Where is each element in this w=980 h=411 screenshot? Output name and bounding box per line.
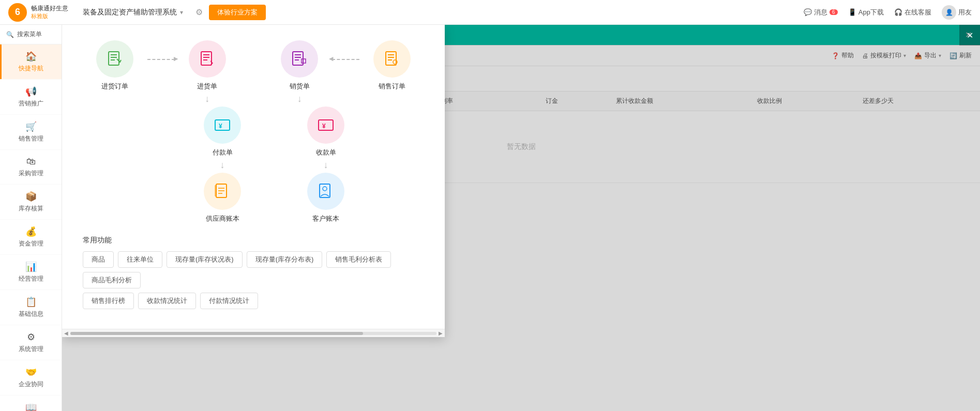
common-functions: 常用功能 商品 往来单位 现存量(库存状况表) 现存量(库存分布表) 销售毛利分… xyxy=(83,236,424,309)
avatar: 👤 xyxy=(942,5,956,20)
sales-bill-circle xyxy=(281,40,318,78)
func-btn-stock-dist[interactable]: 现存量(库存分布表) xyxy=(247,251,323,268)
purchase-bill-circle xyxy=(189,40,226,78)
flow-node-supplier-ledger: 供应商账本 xyxy=(186,173,259,223)
content-area: 首页 销售订单执行表 ✕ ✕ ❓ 帮助 🖨 按模板打印 ▾ 📤 导出 ▾ xyxy=(62,25,980,411)
flow-node-payment-bill: ¥ 付款单 xyxy=(186,106,259,157)
sidebar-item-label: 资金管理 xyxy=(19,239,43,248)
system-title: 装备及固定资产辅助管理系统 ▾ xyxy=(77,8,189,17)
sidebar-item-label: 经营管理 xyxy=(19,275,43,283)
scroll-left-arrow[interactable]: ◀ xyxy=(64,330,68,336)
search-menu[interactable]: 🔍 搜索菜单 xyxy=(0,25,62,44)
dropdown-icon[interactable]: ▾ xyxy=(180,9,183,16)
svg-rect-0 xyxy=(109,52,119,65)
func-btn-receipt-stats[interactable]: 收款情况统计 xyxy=(138,293,196,309)
func-btn-product[interactable]: 商品 xyxy=(83,251,114,268)
sidebar-item-sales[interactable]: 🛒 销售管理 xyxy=(0,115,62,150)
payment-bill-circle: ¥ xyxy=(204,106,241,144)
func-btn-counterpart[interactable]: 往来单位 xyxy=(118,251,162,268)
sidebar-item-system[interactable]: ⚙ 系统管理 xyxy=(0,325,62,360)
customer-ledger-circle xyxy=(307,173,344,210)
func-btn-sales-profit[interactable]: 销售毛利分析表 xyxy=(326,251,391,268)
message-btn[interactable]: 💬 消息 6 xyxy=(804,8,838,17)
svg-text:¥: ¥ xyxy=(322,123,326,130)
supplier-ledger-label: 供应商账本 xyxy=(206,214,239,223)
sidebar-item-marketing[interactable]: 📢 营销推广 xyxy=(0,80,62,115)
down-arrow-purchase-bill: ↓ xyxy=(175,94,239,104)
flow-node-customer-ledger: 客户账本 xyxy=(290,173,362,223)
common-functions-title: 常用功能 xyxy=(83,236,424,245)
supplier-ledger-circle xyxy=(204,173,241,210)
sidebar-item-label: 营销推广 xyxy=(19,99,43,108)
basic-info-icon: 📋 xyxy=(25,296,37,308)
sales-icon: 🛒 xyxy=(25,121,37,132)
flow-node-purchase-order: 进货订单 xyxy=(83,40,147,91)
sidebar-item-purchase[interactable]: 🛍 采购管理 xyxy=(0,150,62,185)
settings-icon[interactable]: ⚙ xyxy=(195,7,203,17)
system-icon: ⚙ xyxy=(27,331,35,343)
scrollbar-thumb xyxy=(70,332,363,335)
func-btn-sales-rank[interactable]: 销售排行榜 xyxy=(83,293,134,309)
svg-rect-13 xyxy=(386,52,396,65)
user-btn[interactable]: 👤 用友 xyxy=(942,5,972,20)
collection-bill-label: 收款单 xyxy=(316,148,336,157)
func-btn-stock-status[interactable]: 现存量(库存状况表) xyxy=(167,251,243,268)
purchase-order-circle xyxy=(96,40,133,78)
down-arrow-payment: ↓ xyxy=(186,160,259,171)
marketing-icon: 📢 xyxy=(25,86,37,97)
flow-node-sales-order: 销售订单 xyxy=(359,40,424,91)
sidebar-item-inventory[interactable]: 📦 库存核算 xyxy=(0,185,62,220)
flow-node-purchase-bill: 进货单 xyxy=(175,40,239,91)
sidebar-item-basic-info[interactable]: 📋 基础信息 xyxy=(0,290,62,325)
popup-overlay: 进货订单 ▶ xyxy=(62,25,980,411)
scrollbar-track[interactable] xyxy=(70,332,436,335)
logo-area: 6 畅康通好生意 标雅版 xyxy=(8,3,70,22)
sidebar-item-label: 销售管理 xyxy=(19,134,43,143)
svg-text:¥: ¥ xyxy=(219,123,222,130)
purchase-order-label: 进货订单 xyxy=(101,82,128,91)
operations-icon: 📊 xyxy=(25,261,37,272)
svg-point-28 xyxy=(323,187,327,191)
scroll-right-arrow[interactable]: ▶ xyxy=(439,330,443,336)
sidebar-item-label: 采购管理 xyxy=(19,169,43,178)
header-right: 💬 消息 6 📱 App下载 🎧 在线客服 👤 用友 xyxy=(804,5,972,20)
flow-row-arrows-v2: ↓ ↓ xyxy=(83,157,424,173)
flow-row-1: 进货订单 ▶ xyxy=(83,40,424,91)
close-icon: ✕ xyxy=(967,31,973,40)
experience-btn[interactable]: 体验行业方案 xyxy=(209,5,266,20)
flow-node-sales-bill: 销货单 xyxy=(267,40,332,91)
inventory-icon: 📦 xyxy=(25,191,37,202)
app-download-btn[interactable]: 📱 App下载 xyxy=(848,8,884,17)
service-icon: 🎧 xyxy=(894,8,902,16)
enterprise-icon: 🤝 xyxy=(25,367,37,378)
sidebar-item-newbie[interactable]: 📖 新手引导 xyxy=(0,395,62,411)
collection-bill-circle: ¥ xyxy=(307,106,344,144)
func-btn-product-profit[interactable]: 商品毛利分析 xyxy=(83,272,141,288)
search-icon: 🔍 xyxy=(6,31,14,38)
sales-order-circle xyxy=(373,40,411,78)
sidebar: 🔍 搜索菜单 🏠 快捷导航 📢 营销推广 🛒 销售管理 🛍 采购管理 📦 库存核… xyxy=(0,25,62,411)
sales-order-label: 销售订单 xyxy=(379,82,405,91)
sidebar-item-label: 基础信息 xyxy=(19,310,43,318)
svg-rect-4 xyxy=(201,52,212,65)
logo-text: 畅康通好生意 标雅版 xyxy=(31,5,68,20)
sidebar-item-operations[interactable]: 📊 经营管理 xyxy=(0,255,62,290)
online-service-btn[interactable]: 🎧 在线客服 xyxy=(894,8,931,17)
sidebar-item-label: 库存核算 xyxy=(19,204,43,213)
sidebar-item-quick-nav[interactable]: 🏠 快捷导航 xyxy=(0,44,62,80)
func-btn-payment-stats[interactable]: 付款情况统计 xyxy=(200,293,258,309)
overlay-close-btn[interactable]: ✕ xyxy=(959,25,980,45)
sidebar-item-enterprise[interactable]: 🤝 企业协同 xyxy=(0,360,62,395)
down-arrow-sales-bill: ↓ xyxy=(267,94,332,104)
purchase-bill-label: 进货单 xyxy=(197,82,217,91)
message-badge: 6 xyxy=(830,9,838,15)
sidebar-item-label: 企业协同 xyxy=(19,380,43,389)
finance-icon: 💰 xyxy=(25,226,37,237)
svg-rect-18 xyxy=(215,120,230,130)
flow-row-3: 供应商账本 xyxy=(83,173,424,223)
flow-node-collection-bill: ¥ 收款单 xyxy=(290,106,362,157)
sidebar-item-finance[interactable]: 💰 资金管理 xyxy=(0,220,62,255)
sales-bill-label: 销货单 xyxy=(290,82,310,91)
down-arrow-collection: ↓ xyxy=(290,160,362,171)
flow-row-arrows-v: ↓ ↓ xyxy=(83,91,424,106)
